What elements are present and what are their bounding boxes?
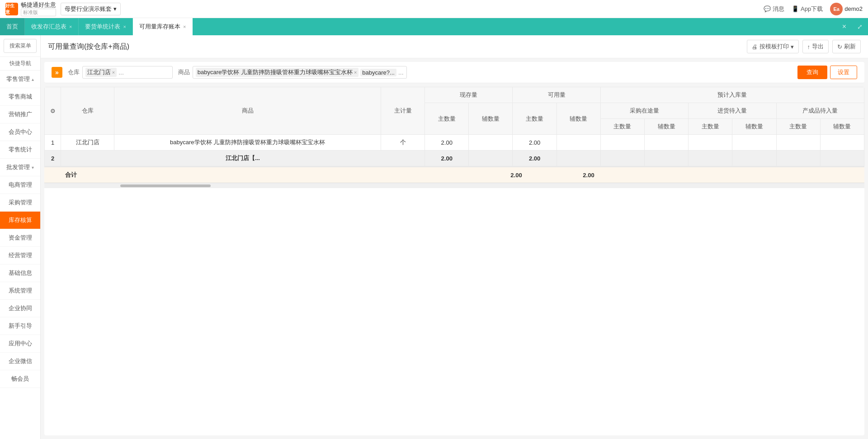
industry-selector[interactable]: 母婴行业演示账套 ▾: [61, 3, 121, 15]
row-incoming-sub: [732, 135, 776, 151]
col-unit-header: 主计量: [381, 87, 425, 135]
sidebar: 搜索菜单 快捷导航 零售管理 ▴ 零售商城 营销推广 会员中心 零售统计 批发管…: [0, 35, 41, 439]
col-warehouse-header: 仓库: [61, 87, 114, 135]
refresh-icon: ↻: [837, 43, 842, 50]
tab-home[interactable]: 首页: [0, 18, 25, 35]
gear-icon: ⚙: [50, 108, 56, 114]
col-pur-transit-header: 采购在途量: [600, 103, 688, 119]
sidebar-item-wholesale-mgmt[interactable]: 批发管理 ▾: [0, 159, 40, 176]
sidebar-item-purchase[interactable]: 采购管理: [0, 194, 40, 212]
nav-expand-button[interactable]: ⤢: [852, 18, 868, 35]
warehouse-more-button[interactable]: ...: [118, 69, 124, 76]
warehouse-label: 仓库: [68, 68, 80, 76]
row-current-main: 2.00: [425, 135, 469, 151]
table-area: ⚙ 仓库 商品 主计量 现存量 可用量 预计入库量 主数量 辅数量 主数量 辅数…: [44, 87, 864, 435]
template-badge: 标准版: [21, 9, 56, 16]
nav-tabs: 首页 收发存汇总表 × 要货单统计表 × 可用量库存账本 × × ⤢: [0, 18, 868, 35]
total-current-main: 2.00: [498, 172, 534, 179]
sidebar-quick-nav[interactable]: 快捷导航: [0, 57, 40, 71]
sidebar-item-enterprise-wechat[interactable]: 企业微信: [0, 353, 40, 370]
row-warehouse: 江北门店: [61, 135, 114, 151]
filter-toggle-button[interactable]: »: [52, 67, 62, 78]
product-tag1-close[interactable]: ×: [354, 70, 357, 75]
col-incoming-main: 主数量: [689, 119, 732, 135]
row-avail-sub: [557, 135, 600, 151]
subtotal-incoming-sub: [732, 151, 776, 166]
user-menu[interactable]: Ea demo2: [830, 3, 863, 15]
inventory-table: ⚙ 仓库 商品 主计量 现存量 可用量 预计入库量 主数量 辅数量 主数量 辅数…: [44, 87, 864, 166]
col-settings-header[interactable]: ⚙: [45, 87, 61, 135]
product-input[interactable]: babycare学饮杯 儿童防摔防撞吸管杯重力球吸嘴杯宝宝水杯 × babyca…: [193, 66, 407, 79]
filter-actions: 查询 设置: [797, 66, 857, 79]
warehouse-tag-close[interactable]: ×: [112, 70, 115, 75]
row-current-sub: [469, 135, 513, 151]
avatar: Ea: [830, 3, 843, 15]
app-download-button[interactable]: 📱 App下载: [792, 5, 823, 13]
sidebar-item-enterprise[interactable]: 企业协同: [0, 300, 40, 317]
query-button[interactable]: 查询: [797, 66, 827, 79]
sidebar-item-basic-info[interactable]: 基础信息: [0, 264, 40, 282]
sidebar-item-retail-mgmt[interactable]: 零售管理 ▴: [0, 71, 40, 88]
nav-close-button[interactable]: ×: [837, 18, 852, 35]
subtotal-avail-sub: [557, 151, 600, 166]
subtotal-current-sub: [469, 151, 513, 166]
sidebar-item-finance[interactable]: 资金管理: [0, 229, 40, 247]
col-current-stock-header: 现存量: [425, 87, 513, 103]
sidebar-item-marketing[interactable]: 营销推广: [0, 106, 40, 123]
col-available-header: 可用量: [513, 87, 600, 103]
sidebar-item-member-center[interactable]: 会员中心: [0, 123, 40, 141]
row-product: babycare学饮杯 儿童防摔防撞吸管杯重力球吸嘴杯宝宝水杯: [114, 135, 381, 151]
row-unit: 个: [381, 135, 425, 151]
tab-close-order-stats[interactable]: ×: [123, 24, 126, 29]
sidebar-item-app-center[interactable]: 应用中心: [0, 335, 40, 353]
print-icon: 🖨: [752, 43, 758, 50]
sidebar-item-retail-stats[interactable]: 零售统计: [0, 141, 40, 159]
sidebar-item-new-guide[interactable]: 新手引导: [0, 317, 40, 335]
row-avail-main: 2.00: [513, 135, 557, 151]
export-button[interactable]: ↑ 导出: [802, 40, 829, 53]
sidebar-item-operation[interactable]: 经营管理: [0, 247, 40, 264]
sidebar-item-inventory[interactable]: 库存核算: [0, 212, 40, 229]
username-label: demo2: [844, 5, 863, 12]
tab-receive-pay[interactable]: 收发存汇总表 ×: [25, 18, 79, 35]
tab-close-receive-pay[interactable]: ×: [69, 24, 72, 29]
row-no: 1: [45, 135, 61, 151]
sidebar-item-vip-member[interactable]: 畅会员: [0, 370, 40, 388]
row-pur-transit-main: [600, 135, 644, 151]
refresh-button[interactable]: ↻ 刷新: [832, 40, 861, 53]
warehouse-tag: 江北门店 ×: [85, 68, 117, 77]
col-current-sub-header: 辅数量: [469, 103, 513, 135]
row-product-main: [776, 135, 820, 151]
scrollbar-area[interactable]: [44, 183, 864, 188]
tab-order-stats[interactable]: 要货单统计表 ×: [79, 18, 132, 35]
product-filter-group: 商品 babycare学饮杯 儿童防摔防撞吸管杯重力球吸嘴杯宝宝水杯 × bab…: [178, 66, 407, 79]
scrollbar-thumb[interactable]: [120, 184, 211, 187]
col-incoming-header: 进货待入量: [689, 103, 776, 119]
col-predicted-header: 预计入库量: [600, 87, 864, 103]
col-pur-transit-sub: 辅数量: [645, 119, 689, 135]
sidebar-item-system[interactable]: 系统管理: [0, 282, 40, 300]
page-title: 可用量查询(按仓库+商品): [48, 42, 129, 52]
search-menu-button[interactable]: 搜索菜单: [4, 39, 37, 53]
warehouse-input[interactable]: 江北门店 × ...: [82, 66, 173, 79]
col-incoming-sub: 辅数量: [732, 119, 776, 135]
sidebar-item-retail-mall[interactable]: 零售商城: [0, 88, 40, 106]
product-label: 商品: [178, 68, 190, 76]
row-product-sub: [820, 135, 864, 151]
tab-close-available-stock[interactable]: ×: [183, 24, 186, 29]
setting-button[interactable]: 设置: [830, 66, 857, 79]
subtotal-pur-transit-main: [600, 151, 644, 166]
col-product-main: 主数量: [776, 119, 820, 135]
subtotal-avail-main: 2.00: [513, 151, 557, 166]
message-button[interactable]: 💬 消息: [764, 5, 784, 13]
chevron-down-icon: ▾: [113, 5, 117, 12]
tab-available-stock[interactable]: 可用量库存账本 ×: [133, 18, 193, 35]
sidebar-item-ecommerce[interactable]: 电商管理: [0, 176, 40, 194]
subtotal-row: 2 江北门店【... 2.00 2.00: [45, 151, 864, 166]
product-more-button[interactable]: ...: [398, 69, 404, 76]
subtotal-no: 2: [45, 151, 61, 166]
warehouse-filter-group: 仓库 江北门店 × ...: [68, 66, 173, 79]
col-avail-main-header: 主数量: [513, 103, 557, 135]
template-print-button[interactable]: 🖨 按模板打印 ▾: [747, 40, 799, 53]
product-tag-1: babycare学饮杯 儿童防摔防撞吸管杯重力球吸嘴杯宝宝水杯 ×: [196, 68, 359, 77]
